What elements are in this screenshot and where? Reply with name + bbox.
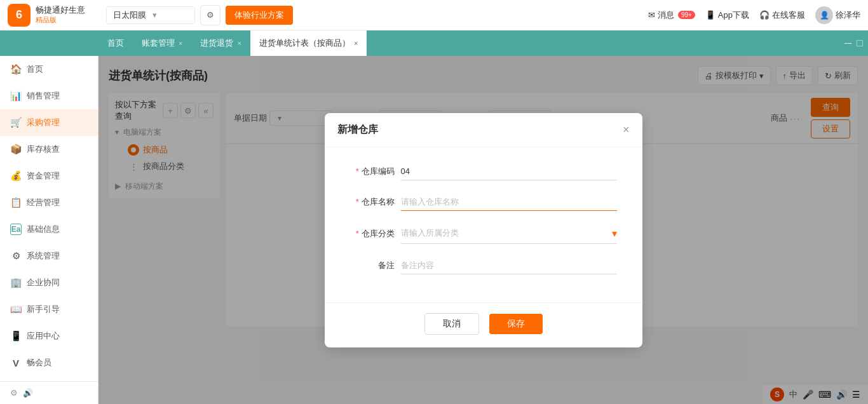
sidebar-item-app-center[interactable]: 📱 应用中心 <box>0 323 98 349</box>
tab-bar: 首页 账套管理 × 进货退货 × 进货单统计表（按商品） × ─ □ <box>0 30 868 56</box>
name-required-star: * <box>356 197 359 206</box>
sidebar: 🏠 首页 📊 销售管理 🛒 采购管理 📦 库存核查 💰 资金管理 📋 经营管理 … <box>0 56 98 404</box>
logo-line2: 精品版 <box>36 15 85 25</box>
cancel-button[interactable]: 取消 <box>424 313 479 335</box>
logo-icon: 6 <box>8 4 31 27</box>
sidebar-purchase-label: 采购管理 <box>27 117 60 128</box>
sidebar-operations-label: 经营管理 <box>27 197 60 208</box>
sidebar-item-finance[interactable]: 💰 资金管理 <box>0 163 98 189</box>
tab-minimize-icon[interactable]: ─ <box>844 37 851 49</box>
form-row-category: * 仓库分类 请输入所属分类 ▾ <box>350 224 617 244</box>
modal-title: 新增仓库 <box>337 123 378 137</box>
form-row-code: * 仓库编码 <box>350 163 617 180</box>
modal-close-button[interactable]: × <box>623 123 630 137</box>
message-badge: 99+ <box>678 11 695 19</box>
sidebar-item-inventory[interactable]: 📦 库存核查 <box>0 136 98 163</box>
tab-purchase-stats[interactable]: 进货单统计表（按商品） × <box>250 30 367 56</box>
sidebar-bottom: ⚙ 🔊 <box>0 381 98 404</box>
header-right: ✉ 消息 99+ 📱 App下载 🎧 在线客服 👤 徐泽华 <box>648 6 860 24</box>
sidebar-inventory-label: 库存核查 <box>27 144 60 155</box>
logo-area: 6 畅捷通好生意 精品版 <box>8 4 106 27</box>
modal-overlay[interactable]: 新增仓库 × * 仓库编码 * <box>98 56 868 404</box>
form-row-note: 备注 <box>350 257 617 274</box>
tab-purchase-return-label: 进货退货 <box>200 37 233 49</box>
save-button[interactable]: 保存 <box>489 314 543 334</box>
sidebar-sales-label: 销售管理 <box>27 90 60 102</box>
modal-header: 新增仓库 × <box>325 113 642 147</box>
app-download-button[interactable]: 📱 App下载 <box>705 10 749 21</box>
tab-expand-icon[interactable]: □ <box>857 37 863 49</box>
sidebar-item-sales[interactable]: 📊 销售管理 <box>0 83 98 109</box>
tab-purchase-return-close[interactable]: × <box>237 39 241 47</box>
category-label: * 仓库分类 <box>350 228 401 239</box>
message-label: 消息 <box>658 10 674 21</box>
system-icon: ⚙ <box>10 250 22 262</box>
store-dropdown-icon: ▾ <box>153 10 188 20</box>
category-placeholder: 请输入所属分类 <box>401 227 459 239</box>
tab-account[interactable]: 账套管理 × <box>133 30 191 56</box>
home-icon: 🏠 <box>10 64 22 75</box>
purchase-icon: 🛒 <box>10 117 22 128</box>
sidebar-item-operations[interactable]: 📋 经营管理 <box>0 189 98 216</box>
category-select[interactable]: 请输入所属分类 ▾ <box>401 224 617 244</box>
sidebar-home-label: 首页 <box>27 64 43 75</box>
sidebar-enterprise-label: 企业协同 <box>27 277 60 288</box>
tab-account-close[interactable]: × <box>179 39 182 47</box>
sidebar-item-enterprise[interactable]: 🏢 企业协同 <box>0 269 98 296</box>
member-icon: V <box>10 357 22 368</box>
sales-icon: 📊 <box>10 90 22 102</box>
settings-gear-button[interactable]: ⚙ <box>200 5 220 25</box>
sidebar-sound-icon[interactable]: 🔊 <box>23 388 33 398</box>
tab-purchase-return[interactable]: 进货退货 × <box>191 30 250 56</box>
note-input[interactable] <box>401 257 617 274</box>
code-input[interactable] <box>401 163 617 180</box>
sidebar-finance-label: 资金管理 <box>27 170 60 182</box>
store-name: 日太阳膜 <box>113 10 149 21</box>
sidebar-guide-label: 新手引导 <box>27 304 60 315</box>
sidebar-item-home[interactable]: 🏠 首页 <box>0 56 98 83</box>
app-center-icon: 📱 <box>10 330 22 342</box>
modal-footer: 取消 保存 <box>325 302 642 347</box>
note-label: 备注 <box>350 260 401 271</box>
trial-button[interactable]: 体验行业方案 <box>226 6 293 25</box>
code-required-star: * <box>356 166 359 176</box>
username-label: 徐泽华 <box>836 10 860 21</box>
modal-body: * 仓库编码 * 仓库名称 <box>325 147 642 302</box>
sidebar-app-center-label: 应用中心 <box>27 330 60 342</box>
sidebar-item-guide[interactable]: 📖 新手引导 <box>0 296 98 323</box>
tab-bar-right: ─ □ <box>844 37 868 49</box>
sidebar-member-label: 畅会员 <box>27 357 51 368</box>
inventory-icon: 📦 <box>10 144 22 155</box>
operations-icon: 📋 <box>10 197 22 208</box>
tab-home[interactable]: 首页 <box>98 30 133 56</box>
code-label: * 仓库编码 <box>350 166 401 177</box>
category-required-star: * <box>356 229 359 238</box>
enterprise-icon: 🏢 <box>10 277 22 288</box>
main-layout: 🏠 首页 📊 销售管理 🛒 采购管理 📦 库存核查 💰 资金管理 📋 经营管理 … <box>0 56 868 404</box>
tab-home-label: 首页 <box>107 37 124 49</box>
logo-text-area: 畅捷通好生意 精品版 <box>36 5 85 25</box>
form-row-name: * 仓库名称 <box>350 193 617 211</box>
tab-purchase-stats-close[interactable]: × <box>354 39 358 47</box>
name-label: * 仓库名称 <box>350 196 401 208</box>
sidebar-item-member[interactable]: V 畅会员 <box>0 349 98 376</box>
logo-line1: 畅捷通好生意 <box>36 5 85 16</box>
message-button[interactable]: ✉ 消息 99+ <box>648 10 695 21</box>
online-service-button[interactable]: 🎧 在线客服 <box>759 10 805 21</box>
sidebar-system-label: 系统管理 <box>27 250 60 262</box>
user-avatar: 👤 <box>815 6 833 24</box>
category-select-arrow: ▾ <box>612 227 617 239</box>
sidebar-item-basic-info[interactable]: Ea 基础信息 <box>0 216 98 243</box>
top-header: 6 畅捷通好生意 精品版 日太阳膜 ▾ ⚙ 体验行业方案 ✉ 消息 99+ 📱 … <box>0 0 868 30</box>
sidebar-item-purchase[interactable]: 🛒 采购管理 <box>0 109 98 136</box>
sidebar-item-system[interactable]: ⚙ 系统管理 <box>0 243 98 269</box>
basic-info-icon: Ea <box>10 224 22 235</box>
user-area[interactable]: 👤 徐泽华 <box>815 6 860 24</box>
guide-icon: 📖 <box>10 304 22 315</box>
new-warehouse-modal: 新增仓库 × * 仓库编码 * <box>325 113 642 347</box>
tab-purchase-stats-label: 进货单统计表（按商品） <box>259 37 350 49</box>
name-input[interactable] <box>401 193 617 211</box>
sidebar-settings-icon[interactable]: ⚙ <box>10 388 18 398</box>
store-selector[interactable]: 日太阳膜 ▾ <box>106 6 195 24</box>
message-icon: ✉ <box>648 10 655 20</box>
